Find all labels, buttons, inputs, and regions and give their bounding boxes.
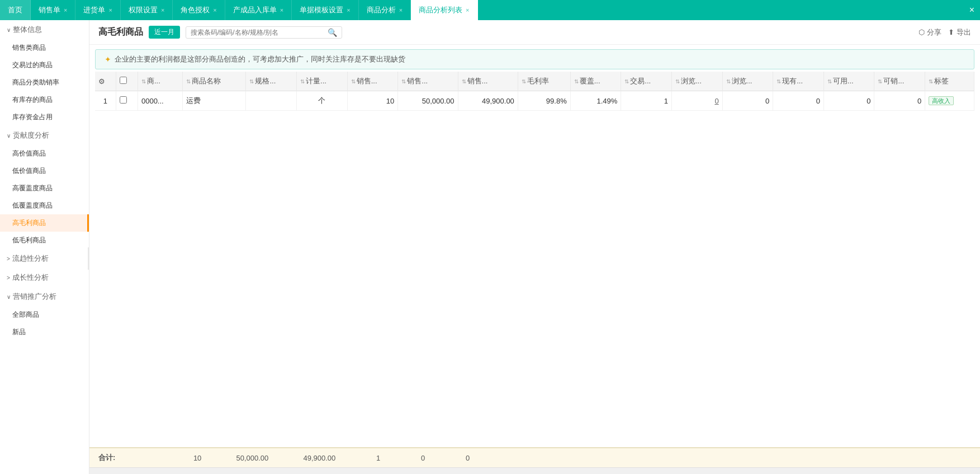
search-box: 🔍 (186, 26, 342, 39)
sidebar-group-label: 整体信息 (13, 25, 42, 35)
sidebar-collapse-btn[interactable]: « (88, 247, 89, 270)
share-btn[interactable]: ⬡ 分享 (919, 27, 941, 37)
sidebar-group-title[interactable]: ∨整体信息 (0, 20, 89, 39)
export-icon: ⬆ (948, 28, 954, 36)
close-tab-icon[interactable]: × (466, 7, 469, 13)
sort-icon: ⇅ (351, 78, 356, 85)
cell-current: 0 (773, 91, 824, 111)
col-header-checkbox[interactable] (116, 72, 138, 91)
close-tab-icon[interactable]: × (280, 7, 283, 13)
cell-tag: 高收入 (925, 91, 974, 111)
sidebar-item-有库存的商品[interactable]: 有库存的商品 (0, 91, 89, 109)
col-header-view2[interactable]: ⇅浏览... (722, 72, 773, 91)
close-tab-icon[interactable]: × (108, 7, 112, 13)
filter-recent-btn[interactable]: 近一月 (149, 26, 180, 39)
search-input[interactable] (191, 29, 328, 36)
sidebar-item-低毛利商品[interactable]: 低毛利商品 (0, 232, 89, 249)
footer-salesqty: 10 (138, 454, 205, 462)
chevron-right-icon: > (7, 275, 10, 281)
footer-transaction: 1 (339, 454, 384, 462)
col-header-settings[interactable]: ⚙ (95, 72, 116, 91)
col-header-salesAmt[interactable]: ⇅销售... (398, 72, 458, 91)
total-label: 合计: (98, 453, 115, 463)
close-tab-icon[interactable]: × (64, 7, 67, 13)
nav-item-进货单[interactable]: 进货单× (75, 0, 120, 20)
nav-item-权限设置[interactable]: 权限设置× (121, 0, 173, 20)
cell-name: 运费 (182, 91, 246, 111)
close-all-tabs-btn[interactable]: × (964, 5, 980, 15)
col-header-spec[interactable]: ⇅规格... (246, 72, 297, 91)
close-tab-icon[interactable]: × (213, 7, 216, 13)
sidebar-group-title[interactable]: ∨贡献度分析 (0, 126, 89, 145)
sidebar-item-销售类商品[interactable]: 销售类商品 (0, 39, 89, 57)
sidebar-group-label: 营销推广分析 (13, 292, 56, 302)
sidebar-group-title[interactable]: ∨营销推广分析 (0, 287, 89, 306)
cell-spec (246, 91, 297, 111)
sidebar: « ∨整体信息销售类商品交易过的商品商品分类助销率有库存的商品库存资金占用∨贡献… (0, 20, 89, 474)
header-actions: ⬡ 分享 ⬆ 导出 (919, 27, 971, 37)
sidebar-item-低价值商品[interactable]: 低价值商品 (0, 162, 89, 180)
sidebar-item-高覆盖度商品[interactable]: 高覆盖度商品 (0, 180, 89, 197)
sidebar-item-低覆盖度商品[interactable]: 低覆盖度商品 (0, 197, 89, 214)
col-header-tag[interactable]: ⇅标签 (925, 72, 974, 91)
col-label: 销售... (357, 77, 377, 85)
nav-item-销售单[interactable]: 销售单× (31, 0, 75, 20)
product-tag: 高收入 (929, 96, 954, 105)
export-btn[interactable]: ⬆ 导出 (948, 27, 971, 37)
search-icon[interactable]: 🔍 (328, 28, 337, 37)
col-header-coverage[interactable]: ⇅覆盖... (570, 72, 621, 91)
cell-salesAmt: 50,000.00 (398, 91, 458, 111)
sort-icon: ⇅ (522, 78, 526, 85)
top-nav-bar: 首页销售单×进货单×权限设置×角色授权×产成品入库单×单据模板设置×商品分析×商… (0, 0, 980, 20)
col-header-available[interactable]: ⇅可用... (823, 72, 874, 91)
sidebar-item-交易过的商品[interactable]: 交易过的商品 (0, 57, 89, 74)
nav-item-角色授权[interactable]: 角色授权× (173, 0, 225, 20)
select-all-checkbox[interactable] (120, 77, 127, 84)
sidebar-item-库存资金占用[interactable]: 库存资金占用 (0, 109, 89, 126)
col-header-view1[interactable]: ⇅浏览... (671, 72, 722, 91)
col-header-grossRate[interactable]: ⇅毛利率 (518, 72, 570, 91)
footer-current: 0 (384, 454, 428, 462)
sidebar-item-商品分类助销率[interactable]: 商品分类助销率 (0, 74, 89, 91)
col-label: 毛利率 (527, 77, 549, 85)
close-tab-icon[interactable]: × (347, 7, 350, 13)
sidebar-item-全部商品[interactable]: 全部商品 (0, 306, 89, 323)
sidebar-group-label: 流趋性分析 (12, 254, 49, 264)
nav-item-首页[interactable]: 首页 (0, 0, 31, 20)
chevron-down-icon: ∨ (7, 133, 11, 139)
page-title: 高毛利商品 (98, 26, 143, 38)
sort-icon: ⇅ (878, 78, 882, 85)
sidebar-item-新品[interactable]: 新品 (0, 323, 89, 341)
col-header-saleable[interactable]: ⇅可销... (874, 72, 925, 91)
row-checkbox[interactable] (120, 96, 127, 104)
col-header-current[interactable]: ⇅现有... (773, 72, 824, 91)
col-label: 可用... (833, 77, 854, 85)
nav-item-产成品入库单[interactable]: 产成品入库单× (225, 0, 292, 20)
nav-item-商品分析[interactable]: 商品分析× (359, 0, 411, 20)
view-link[interactable]: 0 (714, 97, 718, 105)
sidebar-item-高毛利商品[interactable]: 高毛利商品 (0, 214, 89, 232)
col-label: 商品名称 (192, 77, 221, 85)
nav-item-商品分析列表[interactable]: 商品分析列表× (411, 0, 477, 20)
sidebar-group-title[interactable]: >流趋性分析 (0, 249, 89, 268)
nav-item-单据模板设置[interactable]: 单据模板设置× (292, 0, 358, 20)
close-tab-icon[interactable]: × (399, 7, 403, 13)
sidebar-item-高价值商品[interactable]: 高价值商品 (0, 145, 89, 162)
col-header-salesCost[interactable]: ⇅销售... (458, 72, 518, 91)
col-header-transaction[interactable]: ⇅交易... (621, 72, 672, 91)
cell-unit: 个 (297, 91, 348, 111)
sort-icon: ⇅ (249, 78, 254, 85)
chevron-right-icon: > (7, 256, 10, 262)
col-header-code[interactable]: ⇅商... (138, 72, 182, 91)
sidebar-group-title[interactable]: >成长性分析 (0, 268, 89, 287)
col-header-unit[interactable]: ⇅计量... (297, 72, 348, 91)
col-label: 交易... (630, 77, 651, 85)
col-header-name[interactable]: ⇅商品名称 (182, 72, 246, 91)
col-header-salesQty[interactable]: ⇅销售... (347, 72, 398, 91)
horizontal-scrollbar[interactable] (89, 467, 980, 474)
cell-transaction: 1 (621, 91, 672, 111)
product-table: ⚙⇅商...⇅商品名称⇅规格...⇅计量...⇅销售...⇅销售...⇅销售..… (95, 72, 974, 111)
cell-coverage: 1.49% (570, 91, 621, 111)
export-label: 导出 (957, 27, 971, 37)
close-tab-icon[interactable]: × (161, 7, 164, 13)
